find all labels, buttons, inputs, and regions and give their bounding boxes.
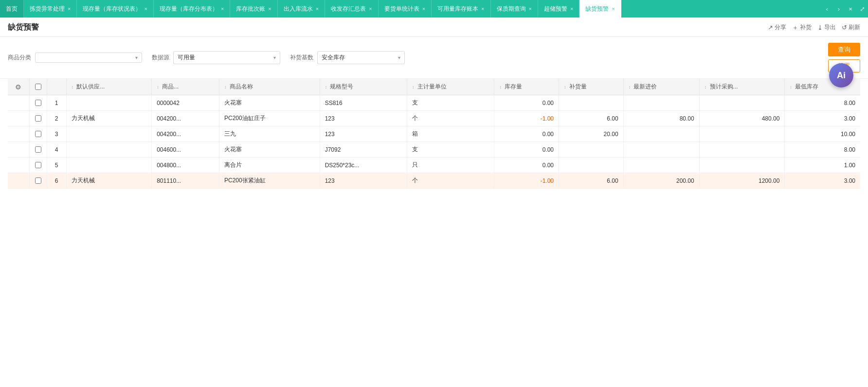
tab-navigation: ‹ › × ⤢	[821, 0, 868, 18]
tab-close-shortage[interactable]: ×	[612, 6, 615, 12]
cell-checkbox-3	[29, 142, 47, 158]
query-button[interactable]: 查询	[828, 43, 860, 56]
cell-goods-name-2: 三九	[219, 126, 320, 142]
cell-goods-name-4: 离合片	[219, 158, 320, 173]
tab-close-abnormal[interactable]: ×	[68, 6, 71, 12]
cell-min-stock-2: 10.00	[785, 126, 860, 142]
cell-spec-1: 123	[320, 111, 407, 126]
cell-settings-3	[8, 142, 29, 158]
tab-next-btn[interactable]: ›	[833, 0, 845, 18]
cell-spec-4: DS250*23c...	[320, 158, 407, 173]
col-goods-code-header[interactable]: 商品...	[152, 79, 219, 95]
cell-min-stock-4: 1.00	[785, 158, 860, 173]
cell-stock-4: 0.00	[494, 158, 559, 173]
cell-supplier-3	[66, 142, 152, 158]
row-checkbox-2[interactable]	[35, 131, 41, 137]
col-unit-header[interactable]: 主计量单位	[407, 79, 494, 95]
tab-fullscreen-btn[interactable]: ⤢	[856, 0, 868, 18]
tab-prev-btn[interactable]: ‹	[821, 0, 833, 18]
col-replenish-qty-header[interactable]: 补货量	[559, 79, 624, 95]
tab-inventory-status[interactable]: 现存量（库存状况表） ×	[77, 0, 153, 18]
cell-latest-price-4	[623, 158, 699, 173]
row-checkbox-0[interactable]	[35, 100, 41, 106]
col-est-purchase-header[interactable]: 预计采购...	[699, 79, 785, 95]
refresh-icon: ↺	[842, 24, 847, 31]
cell-supplier-4	[66, 158, 152, 173]
table-row: 2 力天机械 004200... PC200油缸庄子 123 个 -1.00 6…	[8, 111, 860, 126]
table-header-row: ⚙ 默认供应... 商品... 商品名称	[8, 79, 860, 95]
tab-close-inout-flow[interactable]: ×	[316, 6, 319, 12]
col-latest-price-header[interactable]: 最新进价	[623, 79, 699, 95]
tab-inout-flow[interactable]: 出入库流水 ×	[278, 0, 325, 18]
share-icon: ↗	[768, 24, 773, 31]
cell-replenish-qty-0	[559, 95, 624, 111]
export-button[interactable]: ⤓ 导出	[817, 23, 836, 32]
cell-supplier-0	[66, 95, 152, 111]
col-supplier-header[interactable]: 默认供应...	[66, 79, 152, 95]
row-checkbox-3[interactable]	[35, 146, 41, 153]
tab-close-overstock[interactable]: ×	[570, 6, 573, 12]
cell-min-stock-5: 3.00	[785, 173, 860, 189]
tab-close-available-ledger[interactable]: ×	[481, 6, 484, 12]
refresh-button[interactable]: ↺ 刷新	[842, 23, 860, 32]
ai-assistant-badge[interactable]: Ai	[829, 63, 853, 88]
tab-abnormal[interactable]: 拣货异常处理 ×	[24, 0, 77, 18]
tab-close-recv-summary[interactable]: ×	[369, 6, 372, 12]
cell-goods-code-1: 004200...	[152, 111, 219, 126]
tab-close-req-stats[interactable]: ×	[422, 6, 425, 12]
tab-available-ledger[interactable]: 可用量库存账本 ×	[432, 0, 490, 18]
cell-goods-code-5: 801110...	[152, 173, 219, 189]
replenish-button[interactable]: ＋ 补货	[792, 23, 812, 32]
cell-checkbox-4	[29, 158, 47, 173]
cell-est-purchase-2	[699, 126, 785, 142]
cell-no-2: 3	[47, 126, 66, 142]
header-actions: ↗ 分享 ＋ 补货 ⤓ 导出 ↺ 刷新	[768, 23, 860, 32]
col-stock-header[interactable]: 库存量	[494, 79, 559, 95]
datasource-chevron-icon: ▾	[273, 55, 276, 60]
filter-area: 商品分类 ▾ 数据源 可用量 ▾ 补货基数 安全库存 ▾ 查询 设置	[0, 37, 868, 79]
tab-batch-account[interactable]: 库存批次账 ×	[230, 0, 277, 18]
cell-min-stock-1: 3.00	[785, 111, 860, 126]
share-button[interactable]: ↗ 分享	[768, 23, 786, 32]
tab-close-all-btn[interactable]: ×	[845, 0, 856, 18]
cell-goods-name-5: PC200张紧油缸	[219, 173, 320, 189]
row-checkbox-4[interactable]	[35, 162, 41, 168]
tab-overstock[interactable]: 超储预警 ×	[538, 0, 579, 18]
select-all-checkbox[interactable]	[35, 84, 41, 90]
export-icon: ⤓	[817, 24, 823, 31]
tab-recv-summary[interactable]: 收发存汇总表 ×	[325, 0, 378, 18]
category-select[interactable]: ▾	[35, 53, 142, 63]
cell-no-0: 1	[47, 95, 66, 111]
column-settings-icon[interactable]: ⚙	[15, 83, 21, 91]
tab-shortage[interactable]: 缺货预警 ×	[579, 0, 621, 18]
tab-close-inventory-status[interactable]: ×	[144, 6, 147, 12]
cell-latest-price-5: 200.00	[623, 173, 699, 189]
cell-goods-code-4: 004800...	[152, 158, 219, 173]
tab-home[interactable]: 首页	[0, 0, 24, 18]
cell-checkbox-1	[29, 111, 47, 126]
row-checkbox-5[interactable]	[35, 177, 41, 184]
replenish-base-select[interactable]: 安全库存 ▾	[317, 51, 405, 64]
table-row: 3 004200... 三九 123 箱 0.00 20.00 10.00	[8, 126, 860, 142]
row-checkbox-1[interactable]	[35, 115, 41, 122]
table-body: 1 0000042 火花塞 SS816 支 0.00 8.00 2 力天机械 0…	[8, 95, 860, 189]
datasource-filter-label: 数据源	[152, 53, 169, 62]
col-spec-header[interactable]: 规格型号	[320, 79, 407, 95]
tab-close-batch-account[interactable]: ×	[268, 6, 271, 12]
datasource-select[interactable]: 可用量 ▾	[173, 51, 280, 64]
cell-est-purchase-5: 1200.00	[699, 173, 785, 189]
tab-expiry-query[interactable]: 保质期查询 ×	[491, 0, 538, 18]
tab-req-stats[interactable]: 要货单统计表 ×	[379, 0, 432, 18]
cell-supplier-2	[66, 126, 152, 142]
col-goods-name-header[interactable]: 商品名称	[219, 79, 320, 95]
tab-close-inventory-dist[interactable]: ×	[221, 6, 224, 12]
tab-inventory-dist[interactable]: 现存量（库存分布表） ×	[154, 0, 230, 18]
cell-settings-5	[8, 173, 29, 189]
tab-close-expiry-query[interactable]: ×	[529, 6, 532, 12]
page-header: 缺货预警 ↗ 分享 ＋ 补货 ⤓ 导出 ↺ 刷新	[0, 18, 868, 37]
table-row: 5 004800... 离合片 DS250*23c... 只 0.00 1.00	[8, 158, 860, 173]
cell-spec-0: SS816	[320, 95, 407, 111]
cell-stock-2: 0.00	[494, 126, 559, 142]
cell-latest-price-2	[623, 126, 699, 142]
cell-latest-price-1: 80.00	[623, 111, 699, 126]
